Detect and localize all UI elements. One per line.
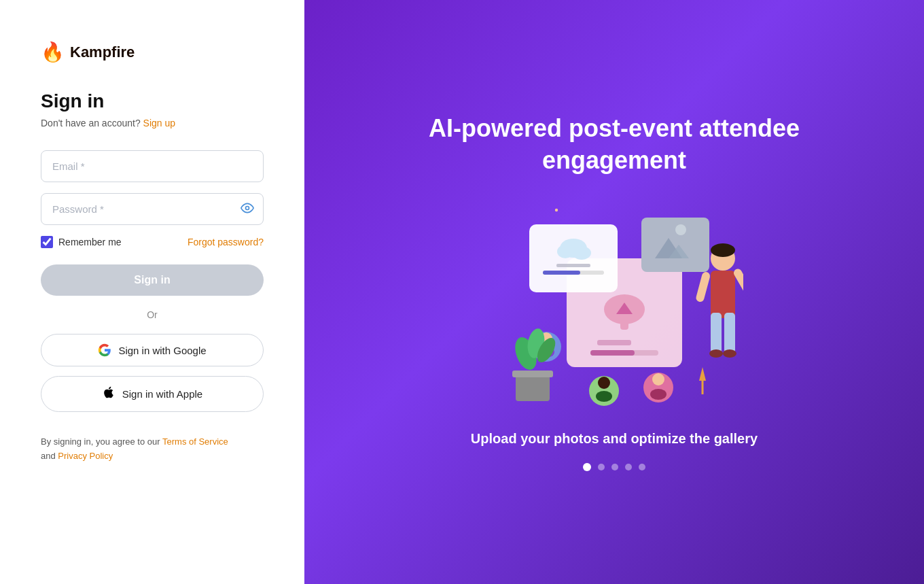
flame-icon: 🔥 [41, 41, 65, 63]
google-button-label: Sign in with Google [118, 345, 206, 356]
sign-in-button[interactable]: Sign in [41, 264, 264, 296]
apple-button-label: Sign in with Apple [122, 388, 202, 400]
or-divider: Or [41, 309, 264, 320]
svg-rect-24 [724, 313, 735, 354]
password-input[interactable] [41, 193, 264, 225]
apple-icon [102, 385, 116, 402]
signup-link[interactable]: Sign up [143, 118, 175, 128]
email-field-group [41, 150, 264, 182]
svg-rect-15 [641, 218, 709, 272]
svg-rect-39 [512, 371, 553, 377]
signup-prompt: Don't have an account? Sign up [41, 118, 264, 128]
svg-point-10 [557, 245, 573, 258]
privacy-policy-link[interactable]: Privacy Policy [58, 451, 113, 461]
svg-rect-28 [695, 271, 711, 303]
email-input[interactable] [41, 150, 264, 182]
remember-me-checkbox[interactable] [41, 236, 53, 248]
svg-point-36 [652, 373, 664, 385]
page-title: Sign in [41, 90, 264, 112]
svg-point-19 [555, 209, 558, 211]
terms-of-service-link[interactable]: Terms of Service [162, 436, 228, 447]
left-panel: 🔥 Kampfire Sign in Don't have an account… [0, 0, 304, 584]
svg-rect-38 [516, 374, 550, 401]
svg-point-18 [675, 224, 686, 235]
remember-forgot-row: Remember me Forgot password? [41, 236, 264, 248]
svg-rect-23 [711, 313, 722, 354]
google-icon [98, 343, 111, 357]
svg-point-33 [598, 377, 610, 389]
svg-rect-22 [711, 271, 735, 318]
svg-point-26 [723, 349, 736, 358]
right-panel-title: AI-powered post-event attendee engagemen… [424, 113, 804, 177]
svg-rect-14 [556, 264, 590, 267]
password-field-group [41, 193, 264, 225]
carousel-dots [583, 463, 645, 471]
svg-point-21 [711, 243, 735, 257]
svg-rect-13 [543, 271, 580, 275]
forgot-password-link[interactable]: Forgot password? [188, 237, 264, 247]
carousel-dot-2[interactable] [598, 464, 605, 470]
carousel-dot-1[interactable] [583, 463, 591, 471]
svg-point-0 [246, 206, 249, 209]
svg-rect-6 [590, 350, 635, 356]
apple-sign-in-button[interactable]: Sign in with Apple [41, 376, 264, 412]
tos-text: By signing in, you agree to our Terms of… [41, 435, 264, 464]
password-wrapper [41, 193, 264, 225]
right-panel-subtitle: Upload your photos and optimize the gall… [471, 431, 758, 447]
right-panel: AI-powered post-event attendee engagemen… [304, 0, 924, 584]
show-password-icon[interactable] [241, 201, 254, 218]
carousel-dot-4[interactable] [625, 464, 632, 470]
svg-point-11 [572, 246, 591, 260]
svg-point-25 [709, 349, 723, 358]
svg-point-34 [596, 391, 612, 402]
carousel-dot-5[interactable] [639, 464, 645, 470]
svg-marker-44 [699, 367, 706, 381]
svg-rect-8 [529, 224, 618, 292]
illustration [485, 197, 743, 415]
remember-me-label[interactable]: Remember me [41, 236, 122, 248]
google-sign-in-button[interactable]: Sign in with Google [41, 334, 264, 366]
carousel-dot-3[interactable] [611, 464, 618, 470]
svg-rect-7 [597, 340, 631, 345]
logo-text: Kampfire [70, 44, 135, 61]
logo: 🔥 Kampfire [41, 41, 264, 63]
svg-point-37 [650, 389, 667, 400]
